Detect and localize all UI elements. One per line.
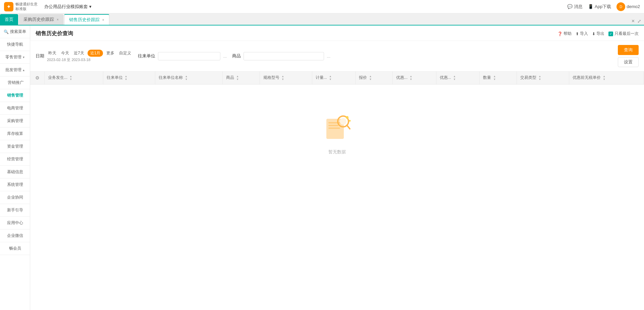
sidebar-item-inventory[interactable]: 库存核算	[0, 127, 30, 140]
col-discount1[interactable]: 优惠... ▲▼	[393, 71, 436, 85]
partner-input[interactable]	[158, 52, 220, 60]
svg-rect-3	[328, 127, 340, 129]
col-biz-date[interactable]: 业务发生... ▲▼	[45, 71, 103, 85]
message-btn[interactable]: 💬 消息	[567, 4, 583, 10]
partner-dots-btn[interactable]: ...	[223, 54, 227, 59]
col-partner-name[interactable]: 往来单位名称 ▲▼	[155, 71, 223, 85]
gear-icon[interactable]: ⚙	[34, 74, 41, 82]
import-btn[interactable]: ⬆ 导入	[576, 31, 588, 37]
sidebar-item-apps[interactable]: 应用中心	[0, 217, 30, 229]
top-header: ✦ 畅捷通好生意 标准版 办公用品行业模拟账套 ▾ 💬 消息 📱 App下载 D…	[0, 0, 644, 13]
date-btn-7days[interactable]: 近7天	[72, 50, 86, 57]
tab-purchase-history[interactable]: 采购历史价跟踪 ×	[19, 14, 63, 25]
page-header: 销售历史价查询 ❓ 帮助 ⬆ 导入 ⬇ 导出 ✓ 只看最后一次	[30, 25, 644, 41]
sidebar-item-ecommerce[interactable]: 电商管理	[0, 102, 30, 115]
date-btn-1month[interactable]: 近1月	[88, 50, 103, 57]
sidebar-item-member[interactable]: 畅会员	[0, 242, 30, 255]
sort-arrows: ▲▼	[410, 75, 412, 81]
col-quantity[interactable]: 数量 ▲▼	[480, 71, 517, 85]
partner-filter-label: 往来单位	[138, 53, 155, 59]
svg-point-8	[349, 120, 351, 122]
user-area[interactable]: D demo2	[616, 2, 640, 11]
sidebar-item-wechat[interactable]: 企业微信	[0, 229, 30, 242]
checkbox-icon: ✓	[608, 32, 613, 36]
sidebar-item-operations[interactable]: 经营管理	[0, 153, 30, 166]
chevron-down-icon: ▾	[89, 4, 92, 9]
query-button[interactable]: 查询	[618, 45, 639, 55]
page-actions: ❓ 帮助 ⬆ 导入 ⬇ 导出 ✓ 只看最后一次	[557, 31, 639, 37]
date-range: 2023-02-18 至 2023-03-18	[47, 57, 91, 62]
sort-arrows: ▲▼	[369, 75, 372, 81]
filter-bar: 日期 昨天 今天 近7天 近1月 更多 自定义 2023-02-18 至 202…	[30, 41, 644, 71]
settings-button[interactable]: 设置	[618, 57, 639, 67]
col-goods[interactable]: 商品 ▲▼	[222, 71, 260, 85]
sidebar-item-basic-info[interactable]: 基础信息	[0, 166, 30, 178]
tab-bar: 首页 采购历史价跟踪 × 销售历史价跟踪 × × ⤢	[0, 13, 644, 25]
col-gear[interactable]: ⚙	[30, 71, 45, 85]
empty-state: 暂无数据	[30, 85, 644, 182]
col-partner-code[interactable]: 往来单位 ▲▼	[103, 71, 155, 85]
svg-point-5	[340, 118, 346, 125]
sidebar-item-enterprise[interactable]: 企业协同	[0, 191, 30, 204]
col-price[interactable]: 报价 ▲▼	[356, 71, 393, 85]
tab-sales-history-close[interactable]: ×	[102, 18, 104, 22]
col-spec[interactable]: 规格型号 ▲▼	[260, 71, 312, 85]
main-content: 销售历史价查询 ❓ 帮助 ⬆ 导入 ⬇ 导出 ✓ 只看最后一次	[30, 25, 644, 310]
tab-purchase-history-close[interactable]: ×	[57, 18, 59, 21]
col-trade-type[interactable]: 交易类型 ▲▼	[517, 71, 569, 85]
sidebar-item-system[interactable]: 系统管理	[0, 178, 30, 191]
page-title: 销售历史价查询	[36, 30, 73, 37]
empty-icon	[320, 111, 354, 145]
table-header-row: ⚙ 业务发生... ▲▼ 往来单位 ▲▼ 往来单位名称 ▲▼	[30, 71, 644, 85]
app-download-btn[interactable]: 📱 App下载	[588, 4, 611, 10]
sort-arrows: ▲▼	[538, 75, 541, 81]
sidebar-item-purchase-mgmt[interactable]: 采购管理	[0, 115, 30, 127]
chevron-down-icon: ▾	[23, 55, 24, 59]
export-btn[interactable]: ⬇ 导出	[592, 31, 604, 37]
date-buttons: 昨天 今天 近7天 近1月 更多 自定义	[47, 50, 132, 57]
sidebar-item-quick-nav[interactable]: 快捷导航	[0, 38, 30, 51]
sort-arrows: ▲▼	[281, 75, 284, 81]
header-center: 办公用品行业模拟账套 ▾	[44, 4, 567, 10]
account-dropdown[interactable]: 办公用品行业模拟账套 ▾	[44, 4, 92, 10]
only-last-checkbox[interactable]: ✓ 只看最后一次	[608, 31, 639, 37]
sort-arrows: ▲▼	[185, 75, 188, 81]
sidebar-item-wholesale[interactable]: 批发管理 ▴	[0, 64, 30, 76]
sidebar-item-search[interactable]: 🔍 搜索菜单	[0, 25, 30, 38]
goods-filter-group: 商品 ...	[232, 52, 330, 60]
close-all-btn[interactable]: ×	[632, 18, 635, 24]
sidebar-item-retail[interactable]: 零售管理 ▾	[0, 51, 30, 64]
svg-rect-1	[328, 122, 342, 123]
sidebar-item-finance[interactable]: 资金管理	[0, 140, 30, 153]
filter-actions: 查询 设置	[618, 45, 639, 67]
sidebar-item-marketing[interactable]: 营销推广	[0, 76, 30, 89]
date-options: 昨天 今天 近7天 近1月 更多 自定义 2023-02-18 至 2023-0…	[47, 50, 132, 62]
col-discount2[interactable]: 优惠... ▲▼	[436, 71, 480, 85]
sidebar-item-sales-mgmt[interactable]: 销售管理	[0, 89, 30, 102]
date-btn-more[interactable]: 更多	[105, 50, 116, 57]
col-unit[interactable]: 计量... ▲▼	[312, 71, 356, 85]
date-btn-today[interactable]: 今天	[60, 50, 70, 57]
help-icon: ❓	[557, 32, 562, 36]
tab-sales-history[interactable]: 销售历史价跟踪 ×	[64, 14, 109, 25]
sidebar-item-newbie[interactable]: 新手引导	[0, 204, 30, 217]
logo-icon: ✦	[4, 2, 13, 11]
header-right: 💬 消息 📱 App下载 D demo2	[567, 2, 640, 11]
table-container: ⚙ 业务发生... ▲▼ 往来单位 ▲▼ 往来单位名称 ▲▼	[30, 71, 644, 182]
partner-filter-group: 往来单位 ...	[138, 52, 227, 60]
tab-home[interactable]: 首页	[0, 14, 18, 25]
goods-dots-btn[interactable]: ...	[327, 54, 330, 59]
date-btn-yesterday[interactable]: 昨天	[47, 50, 58, 57]
sort-arrows: ▲▼	[125, 75, 127, 81]
col-pretax-price[interactable]: 优惠前无税单价 ▲▼	[569, 71, 644, 85]
svg-line-6	[347, 125, 350, 129]
logo-text: 畅捷通好生意 标准版	[15, 2, 38, 11]
sort-arrows: ▲▼	[329, 75, 332, 81]
chevron-up-icon: ▴	[23, 68, 24, 72]
goods-input[interactable]	[244, 52, 324, 60]
message-icon: 💬	[567, 4, 573, 9]
data-table: ⚙ 业务发生... ▲▼ 往来单位 ▲▼ 往来单位名称 ▲▼	[30, 71, 644, 85]
fullscreen-btn[interactable]: ⤢	[637, 18, 641, 24]
help-btn[interactable]: ❓ 帮助	[557, 31, 572, 37]
date-btn-custom[interactable]: 自定义	[118, 50, 132, 57]
